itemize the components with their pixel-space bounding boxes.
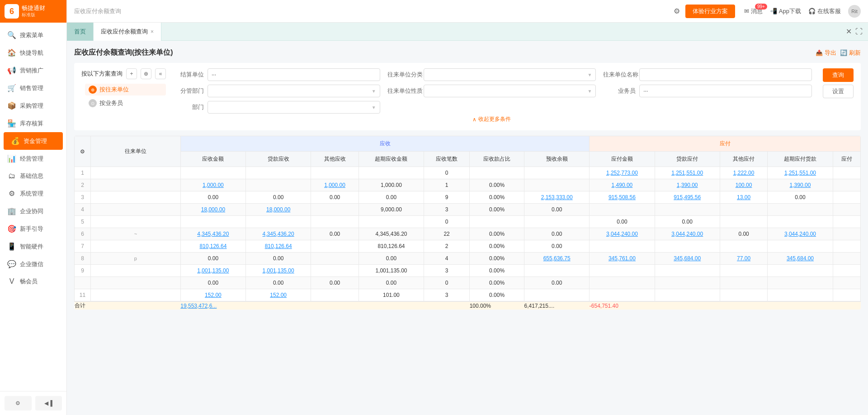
cell-receivable[interactable]: 4,345,436.20 bbox=[180, 228, 245, 240]
cell-loan-rec[interactable]: 1,001,135.00 bbox=[246, 265, 311, 277]
cell-payable[interactable]: 345,761.00 bbox=[590, 253, 655, 265]
filter-section: 按以下方案查询 + ⊕ « ⊕ 按往来单位 ⊙ bbox=[74, 63, 861, 130]
dept-manager-select[interactable]: ▼ bbox=[208, 85, 380, 97]
unit-nature-select[interactable]: ▼ bbox=[424, 85, 596, 97]
cell-loan-rec[interactable]: 18,000.00 bbox=[246, 204, 311, 216]
cell-loan-pay[interactable]: 1,390.00 bbox=[655, 179, 720, 191]
sidebar-item-hardware[interactable]: 📱 智能硬件 bbox=[0, 238, 66, 255]
filter-option-by-unit[interactable]: ⊕ 按往来单位 bbox=[85, 84, 166, 95]
sidebar-item-purchase[interactable]: 📦 采购管理 bbox=[0, 97, 66, 114]
export-button[interactable]: 📤 导出 bbox=[816, 49, 836, 57]
col-settings-header[interactable]: ⚙ bbox=[75, 136, 91, 167]
cell-other-pay[interactable]: 77.00 bbox=[720, 253, 768, 265]
settings-button[interactable]: 设置 bbox=[823, 85, 854, 98]
cell-loan-rec[interactable]: 810,126.64 bbox=[246, 240, 311, 253]
cell-loan-pay[interactable]: 3,044,240.00 bbox=[655, 228, 720, 240]
settlement-unit-input[interactable]: ··· bbox=[208, 68, 380, 81]
cell-loan-pay bbox=[655, 277, 720, 289]
filter-collapse-btn[interactable]: « bbox=[155, 68, 166, 79]
collapse-sidebar-btn[interactable]: ◀▐ bbox=[35, 396, 62, 410]
user-profile[interactable]: Rit bbox=[848, 5, 861, 18]
salesperson-input[interactable]: ··· bbox=[639, 85, 812, 97]
settings-gear-icon[interactable]: ⚙ bbox=[674, 7, 680, 15]
online-service-btn[interactable]: 🎧 在线客服 bbox=[808, 7, 841, 15]
cell-loan-rec[interactable]: 4,345,436.20 bbox=[246, 228, 311, 240]
refresh-button[interactable]: 🔄 刷新 bbox=[840, 49, 861, 57]
cell-payable[interactable]: 3,044,240.00 bbox=[590, 228, 655, 240]
cell-rec-ratio: 0.00% bbox=[470, 204, 524, 216]
cell-other-rec bbox=[311, 265, 359, 277]
department-select[interactable]: ▼ bbox=[208, 101, 380, 114]
cell-prepaid[interactable]: 2,153,333.00 bbox=[524, 191, 590, 204]
tab-close-icon[interactable]: × bbox=[151, 29, 154, 35]
cell-loan-rec: 0.00 bbox=[246, 253, 311, 265]
sidebar-item-basic[interactable]: 🗂 基础信息 bbox=[0, 167, 66, 185]
sidebar-item-wechat[interactable]: 💬 企业微信 bbox=[0, 255, 66, 273]
table-row: 11 152.00 152.00 101.00 3 0.00% bbox=[75, 289, 861, 302]
sidebar-item-marketing[interactable]: 📢 营销推广 bbox=[0, 62, 66, 79]
cell-payable[interactable]: 1,490.00 bbox=[590, 179, 655, 191]
cell-partner bbox=[91, 216, 181, 228]
cell-other-rec[interactable]: 1,000.00 bbox=[311, 179, 359, 191]
cell-prepaid[interactable]: 655,636.75 bbox=[524, 253, 590, 265]
cell-overdue-pay[interactable]: 3,044,240.00 bbox=[768, 228, 833, 240]
cell-other-pay: 0.00 bbox=[720, 228, 768, 240]
table-row: 1 0 1,252,773.00 1,251,551.00 1,222.00 1… bbox=[75, 167, 861, 179]
table-settings-icon[interactable]: ⚙ bbox=[80, 148, 85, 155]
cell-other-pay[interactable]: 13.00 bbox=[720, 191, 768, 204]
col-partner-header: 往来单位 bbox=[91, 136, 181, 167]
cell-overdue-pay[interactable]: 345,684.00 bbox=[768, 253, 833, 265]
cell-other-pay bbox=[720, 204, 768, 216]
cell-loan-pay[interactable]: 915,495.56 bbox=[655, 191, 720, 204]
cell-payable[interactable]: 915,508.56 bbox=[590, 191, 655, 204]
sidebar-item-system[interactable]: ⚙ 系统管理 bbox=[0, 185, 66, 202]
sidebar-item-inventory[interactable]: 🏪 库存核算 bbox=[0, 114, 66, 132]
cell-overdue-pay bbox=[768, 289, 833, 302]
sidebar-item-operation[interactable]: 📊 经营管理 bbox=[0, 150, 66, 167]
sidebar-item-quicknav[interactable]: 🏠 快捷导航 bbox=[0, 44, 66, 62]
unit-category-select[interactable]: ▼ bbox=[424, 68, 596, 81]
expand-tab-btn[interactable]: ⛶ bbox=[855, 28, 863, 36]
sidebar-item-enterprise[interactable]: 🏢 企业协同 bbox=[0, 202, 66, 220]
table-footer: 合计 19,553,472,6... 100.00% 6,417,215....… bbox=[75, 301, 861, 310]
cell-receivable[interactable]: 152.00 bbox=[180, 289, 245, 302]
sidebar-item-newbie[interactable]: 🎯 新手引导 bbox=[0, 220, 66, 238]
sidebar-item-vip[interactable]: V 畅会员 bbox=[0, 273, 66, 290]
cell-receivable[interactable]: 1,000.00 bbox=[180, 179, 245, 191]
unit-name-input[interactable] bbox=[639, 68, 812, 81]
table-row: 0.00 0.00 0.00 0.00 0 0.00% 0.00 bbox=[75, 277, 861, 289]
table-row: 9 1,001,135.00 1,001,135.00 1,001,135.00… bbox=[75, 265, 861, 277]
cell-receivable[interactable]: 810,126.64 bbox=[180, 240, 245, 253]
cell-payable[interactable]: 1,252,773.00 bbox=[590, 167, 655, 179]
filter-unit-category: 往来单位分类 ▼ bbox=[387, 68, 596, 81]
cell-loan-rec[interactable]: 152.00 bbox=[246, 289, 311, 302]
chevron-down-icon: ▼ bbox=[587, 72, 592, 77]
filter-settings-btn[interactable]: ⊕ bbox=[141, 68, 151, 79]
sidebar-footer: ⚙ ◀▐ bbox=[0, 391, 66, 415]
cell-pay-suffix bbox=[833, 289, 860, 302]
app-download-btn[interactable]: 📲 App下载 bbox=[770, 7, 801, 15]
sidebar-item-finance[interactable]: 💰 资金管理 bbox=[4, 132, 63, 150]
collapse-more-conditions-btn[interactable]: ∧ 收起更多条件 bbox=[171, 114, 812, 125]
cell-rec-count: 3 bbox=[424, 265, 470, 277]
col-loan-receivable: 贷款应收 bbox=[246, 152, 311, 167]
cell-receivable[interactable]: 18,000.00 bbox=[180, 204, 245, 216]
cell-loan-pay[interactable]: 345,684.00 bbox=[655, 253, 720, 265]
settings-footer-btn[interactable]: ⚙ bbox=[5, 396, 32, 410]
cell-other-pay[interactable]: 1,222.00 bbox=[720, 167, 768, 179]
cell-other-pay[interactable]: 100.00 bbox=[720, 179, 768, 191]
add-filter-btn[interactable]: + bbox=[126, 68, 137, 79]
tab-receivables[interactable]: 应收应付余额查询 × bbox=[94, 23, 161, 41]
sidebar-item-search[interactable]: 🔍 搜索菜单 bbox=[0, 26, 66, 44]
tab-home[interactable]: 首页 bbox=[67, 23, 94, 41]
messages-btn[interactable]: ✉ 消息 99+ bbox=[744, 7, 763, 15]
promo-button[interactable]: 体验行业方案 bbox=[685, 5, 735, 18]
filter-option-by-staff[interactable]: ⊙ 按业务员 bbox=[85, 97, 166, 109]
query-button[interactable]: 查询 bbox=[823, 68, 854, 82]
cell-receivable[interactable]: 1,001,135.00 bbox=[180, 265, 245, 277]
sidebar-item-sales[interactable]: 🛒 销售管理 bbox=[0, 79, 66, 97]
cell-overdue-pay[interactable]: 1,390.00 bbox=[768, 179, 833, 191]
close-tab-btn[interactable]: ✕ bbox=[846, 27, 852, 36]
cell-overdue-pay[interactable]: 1,251,551.00 bbox=[768, 167, 833, 179]
cell-loan-pay[interactable]: 1,251,551.00 bbox=[655, 167, 720, 179]
